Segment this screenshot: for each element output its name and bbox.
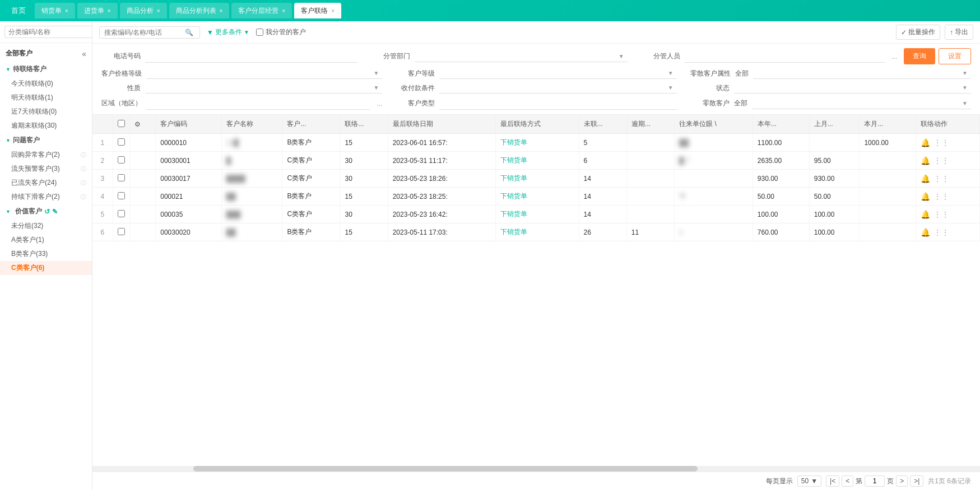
nav-tab-customer-contact[interactable]: 客户联络 × [294,3,341,18]
cell-checkbox[interactable] [113,223,129,241]
sidebar-item-c-class[interactable]: C类客户(6) [0,261,92,275]
cell-last-contact-method[interactable]: 下销货单 [495,188,579,206]
sidebar-item-b-class[interactable]: B类客户(33) [0,247,92,261]
cell-last-contact-method[interactable]: 下销货单 [495,223,579,241]
nav-tab-sales[interactable]: 销货单 × [35,3,75,18]
sidebar-collapse-icon[interactable]: « [82,49,86,58]
th-settings[interactable]: ⚙ [129,115,156,134]
sidebar-item-churned[interactable]: 已流失客户(24) ⓘ [0,176,92,190]
sidebar-item-ungrouped[interactable]: 未分组(32) [0,219,92,233]
cell-last-contact-method[interactable]: 下销货单 [495,170,579,188]
nav-home[interactable]: 首页 [4,0,32,21]
query-btn[interactable]: 查询 [904,48,935,64]
link-contact-method[interactable]: 下销货单 [500,174,527,182]
search-input[interactable] [104,29,183,36]
filter-select-price-level[interactable]: ▼ [146,68,382,79]
page-number-input[interactable] [865,475,885,487]
contact-icon[interactable]: 🔔 [921,228,930,237]
filter-region-dots[interactable]: ... [377,100,382,108]
cell-contact: 30 [340,152,388,170]
contact-icon[interactable]: 🔔 [921,174,930,183]
my-customers-checkbox[interactable] [256,29,263,36]
nav-tab-analysis-list[interactable]: 商品分析列表 × [169,3,230,18]
horizontal-scrollbar[interactable] [92,466,980,472]
filter-select-status[interactable]: ▼ [734,82,971,94]
more-icon[interactable]: ⋮⋮ [933,174,949,183]
export-btn[interactable]: ↑ 导出 [945,25,973,40]
sidebar-item-7days[interactable]: 近7天待联络(0) [0,105,92,119]
sidebar-edit-icon[interactable]: ✎ [52,208,58,216]
cell-checkbox[interactable] [113,206,129,223]
link-contact-method[interactable]: 下销货单 [500,138,527,146]
sidebar-item-declining[interactable]: 持续下滑客户(2) ⓘ [0,190,92,204]
nav-tab-analysis-close[interactable]: × [157,8,160,14]
cell-checkbox[interactable] [113,188,129,206]
filter-select-payment[interactable]: ▼ [439,82,676,94]
cell-checkbox[interactable] [113,170,129,188]
filter-input-region[interactable] [146,97,370,110]
nav-tab-purchase-close[interactable]: × [108,8,111,14]
batch-btn[interactable]: ✓ 批量操作 [896,25,940,40]
link-contact-method[interactable]: 下销货单 [500,192,527,200]
first-page-btn[interactable]: |< [826,475,839,487]
link-contact-method[interactable]: 下销货单 [500,228,527,236]
more-icon[interactable]: ⋮⋮ [933,138,949,147]
cell-checkbox[interactable] [113,134,129,152]
contact-icon[interactable]: 🔔 [921,156,930,165]
nav-tab-customer-layer-close[interactable]: × [282,8,285,14]
filter-select-customer-level[interactable]: ▼ [439,68,676,79]
link-contact-method[interactable]: 下销货单 [500,156,527,164]
filter-select-retail-attr[interactable]: ▼ [753,68,971,79]
chevron-down-icon: ▼ [244,29,249,35]
nav-tab-purchase[interactable]: 进货单 × [77,3,118,18]
filter-input-manager[interactable] [685,50,885,63]
nav-tab-analysis-list-close[interactable]: × [220,8,223,14]
sidebar-refresh-icon[interactable]: ↺ [44,208,50,216]
th-this-month: 本月... [860,115,916,134]
cell-customer-name: 12█ [221,134,282,152]
sidebar-item-churn-warning[interactable]: 流失预警客户(3) ⓘ [0,162,92,176]
filter-select-nature[interactable]: ▼ [145,82,382,94]
more-conditions-btn[interactable]: ▼ 更多条件 ▼ [207,27,249,37]
contact-icon[interactable]: 🔔 [921,210,930,219]
filter-input-phone[interactable] [145,50,357,63]
sidebar-all-customers[interactable]: 全部客户 « [0,45,92,62]
page-size-select[interactable]: 50 ▼ [797,475,821,487]
more-icon[interactable]: ⋮⋮ [933,156,949,165]
filter-bar-right: ✓ 批量操作 ↑ 导出 [896,25,973,40]
more-icon[interactable]: ⋮⋮ [933,192,949,201]
filter-manager-dots[interactable]: ... [891,53,897,60]
contact-icon[interactable]: 🔔 [921,192,930,201]
more-icon[interactable]: ⋮⋮ [933,210,949,219]
search-icon[interactable]: 🔍 [185,29,193,36]
filter-select-dept[interactable]: ▼ [415,51,627,62]
sidebar-item-tomorrow[interactable]: 明天待联络(1) [0,91,92,105]
sidebar-item-repurchase-anomaly[interactable]: 回购异常客户(2) ⓘ [0,148,92,162]
sidebar-item-today[interactable]: 今天待联络(0) [0,77,92,91]
sidebar-item-overdue[interactable]: 逾期未联络(30) [0,119,92,133]
nav-tab-analysis[interactable]: 商品分析 × [120,3,167,18]
last-page-btn[interactable]: >| [910,475,923,487]
next-page-btn[interactable]: > [896,475,908,487]
chevron-status-icon: ▼ [962,85,968,91]
more-icon[interactable]: ⋮⋮ [933,228,949,237]
cell-last-contact-method[interactable]: 下销货单 [495,134,579,152]
select-all-checkbox[interactable] [118,120,125,127]
scrollbar-thumb[interactable] [193,466,698,472]
nav-tab-customer-contact-close[interactable]: × [331,8,335,14]
settings-btn[interactable]: 设置 [939,48,971,64]
sidebar-item-a-class[interactable]: A类客户(1) [0,233,92,247]
nav-tab-customer-layer[interactable]: 客户分层经营 × [231,3,292,18]
filter-input-customer-type[interactable] [439,97,676,110]
cell-checkbox[interactable] [113,152,129,170]
my-customers-check[interactable]: 我分管的客户 [256,27,306,37]
filter-select-retail[interactable]: ▼ [752,98,971,109]
contact-icon[interactable]: 🔔 [921,138,930,147]
cell-last-contact-method[interactable]: 下销货单 [495,152,579,170]
sidebar-search-input[interactable] [4,26,92,38]
link-contact-method[interactable]: 下销货单 [500,210,527,218]
cell-last-contact-method[interactable]: 下销货单 [495,206,579,223]
nav-tab-sales-close[interactable]: × [65,8,68,14]
cell-this-month [860,188,916,206]
prev-page-btn[interactable]: < [842,475,853,487]
